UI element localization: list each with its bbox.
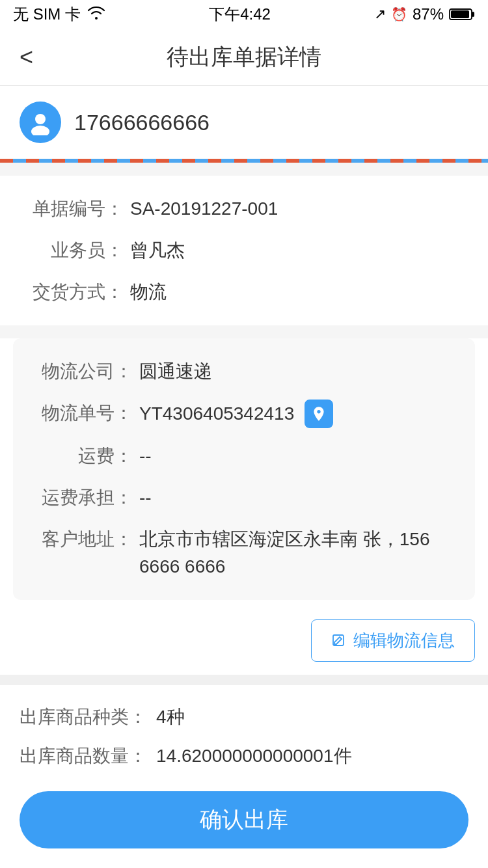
svg-rect-1	[472, 12, 474, 17]
section-divider	[0, 675, 488, 685]
edit-logistics-button-wrap: 编辑物流信息	[0, 613, 488, 675]
logistics-freight-bearer-label: 运费承担：	[29, 484, 133, 511]
logistics-freight-label: 运费：	[29, 442, 133, 470]
sales-person-label: 业务员：	[20, 237, 124, 264]
edit-logistics-button[interactable]: 编辑物流信息	[311, 619, 475, 662]
logistics-address-row: 客户地址： 北京市市辖区海淀区永丰南 张，156 6666 6666	[29, 526, 459, 580]
avatar	[20, 102, 61, 143]
confirm-button-wrap: 确认出库	[0, 778, 488, 868]
delivery-method-row: 交货方式： 物流	[20, 278, 468, 306]
tracking-location-button[interactable]	[305, 400, 333, 428]
svg-point-3	[35, 114, 46, 124]
delivery-method-label: 交货方式：	[20, 278, 124, 306]
nav-bar: < 待出库单据详情	[0, 29, 488, 86]
logistics-freight-bearer-row: 运费承担： --	[29, 484, 459, 511]
alarm-icon: ⏰	[391, 7, 407, 22]
sales-person-value: 曾凡杰	[130, 237, 468, 264]
logistics-freight-bearer-value: --	[139, 484, 459, 511]
status-bar: 无 SIM 卡 下午4:42 ↗ ⏰ 87%	[0, 0, 488, 29]
logistics-address-label: 客户地址：	[29, 526, 133, 553]
product-type-row: 出库商品种类： 4种	[20, 705, 468, 729]
svg-point-4	[31, 126, 49, 135]
logistics-freight-row: 运费： --	[29, 442, 459, 470]
customer-phone: 17666666666	[74, 110, 210, 135]
product-info-section: 出库商品种类： 4种 出库商品数量： 14.620000000000001件	[0, 685, 488, 788]
confirm-button-label: 确认出库	[200, 805, 288, 835]
carrier-label: 无 SIM 卡	[13, 4, 81, 25]
product-quantity-value: 14.620000000000001件	[156, 744, 352, 768]
logistics-company-value: 圆通速递	[139, 358, 459, 385]
logistics-tracking-value: YT4306405342413	[139, 400, 459, 428]
order-no-value: SA-20191227-001	[130, 195, 468, 223]
logistics-card: 物流公司： 圆通速递 物流单号： YT4306405342413 运费： -- …	[13, 338, 475, 600]
product-quantity-label: 出库商品数量：	[20, 744, 150, 768]
product-type-value: 4种	[156, 705, 185, 729]
dashed-divider	[0, 159, 488, 163]
delivery-method-value: 物流	[130, 278, 468, 306]
customer-phone-row: 17666666666	[0, 86, 488, 159]
logistics-address-value: 北京市市辖区海淀区永丰南 张，156 6666 6666	[139, 526, 459, 580]
status-time: 下午4:42	[209, 4, 271, 25]
logistics-company-row: 物流公司： 圆通速递	[29, 358, 459, 385]
svg-rect-2	[451, 10, 469, 18]
location-icon: ↗	[374, 6, 386, 23]
logistics-company-label: 物流公司：	[29, 358, 133, 385]
battery-label: 87%	[413, 5, 444, 23]
status-right: ↗ ⏰ 87%	[374, 5, 475, 23]
back-button[interactable]: <	[13, 37, 40, 77]
logistics-freight-value: --	[139, 442, 459, 470]
wifi-icon	[87, 5, 105, 23]
logistics-tracking-label: 物流单号：	[29, 400, 133, 427]
product-quantity-row: 出库商品数量： 14.620000000000001件	[20, 744, 468, 768]
confirm-button[interactable]: 确认出库	[20, 791, 468, 848]
product-type-label: 出库商品种类：	[20, 705, 150, 729]
sales-person-row: 业务员： 曾凡杰	[20, 237, 468, 264]
logistics-tracking-row: 物流单号： YT4306405342413	[29, 400, 459, 428]
order-info-section: 单据编号： SA-20191227-001 业务员： 曾凡杰 交货方式： 物流	[0, 176, 488, 325]
status-left: 无 SIM 卡	[13, 4, 105, 25]
edit-logistics-label: 编辑物流信息	[353, 629, 455, 652]
order-no-row: 单据编号： SA-20191227-001	[20, 195, 468, 223]
battery-icon	[449, 7, 475, 21]
order-no-label: 单据编号：	[20, 195, 124, 223]
page-title: 待出库单据详情	[167, 42, 321, 72]
